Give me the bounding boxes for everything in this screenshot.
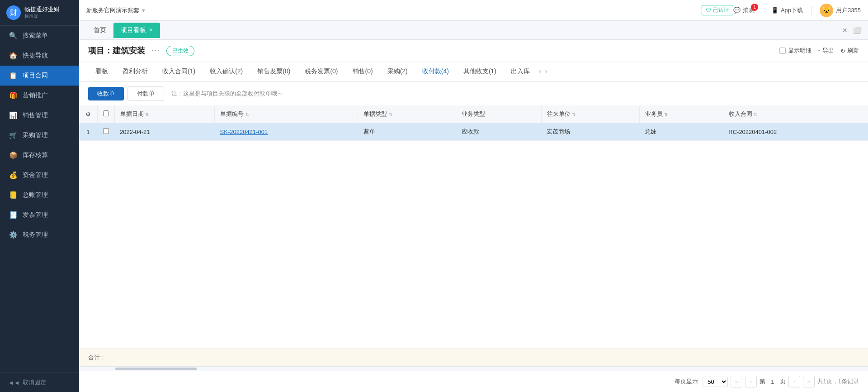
th-type-label: 单据类型 — [363, 110, 387, 117]
subtabs-bar: 收款单 付款单 注：这里是与项目关联的全部收付款单哦～ — [79, 82, 868, 105]
export-button[interactable]: ↑ 导出 — [818, 47, 835, 55]
sidebar-item-purchase[interactable]: 🛒 采购管理 — [0, 125, 79, 145]
sidebar-item-label-tax: 税务管理 — [23, 231, 48, 239]
th-staff-label: 业务员 — [645, 110, 663, 117]
sidebar-item-inventory[interactable]: 📦 库存核算 — [0, 145, 79, 165]
td-number-link[interactable]: SK-20220421-001 — [220, 129, 268, 135]
th-partner[interactable]: 往来单位 ⇅ — [541, 105, 639, 123]
next-page-button[interactable]: › — [788, 376, 800, 387]
account-selector[interactable]: 新服务官网演示账套 ▼ — [86, 6, 148, 14]
td-checkbox — [97, 123, 114, 141]
prev-page-button[interactable]: ‹ — [745, 376, 757, 387]
subnav-tab-purchase[interactable]: 采购(2) — [380, 62, 415, 82]
subnav-tab-other-expense[interactable]: 其他收支(1) — [456, 62, 504, 82]
tab-home-label: 首页 — [94, 26, 106, 34]
subtab-receipt-button[interactable]: 收款单 — [88, 87, 124, 100]
sidebar-item-label-marketing: 营销推广 — [23, 91, 48, 100]
sidebar-item-sales[interactable]: 📊 销售管理 — [0, 105, 79, 125]
search-icon: 🔍 — [8, 32, 18, 40]
total-pages-info: 共1页，1条记录 — [817, 378, 859, 386]
page-label-text: 第 — [760, 378, 765, 386]
sidebar-item-shortcut[interactable]: 🏠 快捷导航 — [0, 46, 79, 66]
th-number[interactable]: 单据编号 ⇅ — [215, 105, 358, 123]
refresh-icon: ↻ — [840, 48, 845, 54]
th-type[interactable]: 单据类型 ⇅ — [358, 105, 456, 123]
first-page-button[interactable]: « — [731, 376, 742, 387]
sidebar-item-search[interactable]: 🔍 搜索菜单 — [0, 26, 79, 46]
subnav-tab-sales-invoice[interactable]: 销售发票(0) — [250, 62, 297, 82]
subnav-tab-tax-invoice[interactable]: 税务发票(0) — [297, 62, 345, 82]
account-dropdown-icon: ▼ — [141, 8, 146, 13]
sidebar-item-marketing[interactable]: 🎁 营销推广 — [0, 86, 79, 105]
subnav-tab-purchase-label: 采购(2) — [387, 67, 408, 75]
user-label: 用户3355 — [836, 6, 861, 14]
sort-partner-icon: ⇅ — [572, 112, 576, 117]
message-button[interactable]: 💬 消息 1 — [733, 6, 755, 14]
subnav-tab-receipts[interactable]: 收付款(4) — [415, 62, 456, 82]
last-page-button[interactable]: » — [803, 376, 815, 387]
divider2 — [811, 6, 811, 15]
subnav: 看板 盈利分析 收入合同(1) 收入确认(2) 销售发票(0) 税务发票(0) … — [79, 62, 868, 82]
phone-icon: 📱 — [771, 7, 778, 14]
user-menu[interactable]: 🐱 用户3355 — [820, 4, 861, 17]
tab-home[interactable]: 首页 — [86, 23, 113, 38]
subnav-next-arrow[interactable]: › — [543, 64, 549, 79]
maximize-window-icon[interactable]: ⬜ — [853, 27, 861, 34]
refresh-button[interactable]: ↻ 刷新 — [840, 47, 859, 55]
td-number: SK-20220421-001 — [215, 123, 358, 141]
current-page: 1 — [768, 378, 777, 386]
subtab-payment-button[interactable]: 付款单 — [127, 86, 164, 101]
th-date[interactable]: 单据日期 ⇅ — [114, 105, 215, 123]
show-detail-checkbox[interactable]: 显示明细 — [779, 47, 811, 55]
sidebar-item-finance[interactable]: 💰 资金管理 — [0, 165, 79, 185]
sidebar-item-tax[interactable]: ⚙️ 税务管理 — [0, 225, 79, 245]
select-all-checkbox[interactable] — [103, 110, 109, 116]
th-staff[interactable]: 业务员 ⇅ — [639, 105, 723, 123]
td-partner: 宏茂商场 — [541, 123, 639, 141]
app-download-button[interactable]: 📱 App下载 — [771, 6, 803, 14]
subnav-tab-board[interactable]: 看板 — [88, 62, 115, 82]
tab-close-icon[interactable]: ✕ — [149, 27, 153, 33]
td-staff: 龙妹 — [639, 123, 723, 141]
app-download-label: App下载 — [781, 6, 803, 14]
subnav-tab-sales-invoice-label: 销售发票(0) — [257, 67, 290, 75]
subnav-tab-revenue-confirm-label: 收入确认(2) — [210, 67, 243, 75]
td-type: 蓝单 — [358, 123, 456, 141]
subnav-tab-revenue-confirm[interactable]: 收入确认(2) — [203, 62, 250, 82]
main-content: 新服务官网演示账套 ▼ 🛡 已认证 💬 消息 1 📱 App下载 🐱 用户335… — [79, 0, 868, 392]
scroll-thumb[interactable] — [115, 368, 197, 370]
close-window-icon[interactable]: ✕ — [842, 27, 848, 34]
sidebar-item-invoice[interactable]: 🧾 发票管理 — [0, 205, 79, 225]
subnav-tab-profit[interactable]: 盈利分析 — [115, 62, 155, 82]
th-settings[interactable]: ⚙ — [79, 105, 97, 123]
subnav-tab-revenue-contract[interactable]: 收入合同(1) — [155, 62, 203, 82]
finance-icon: 💰 — [8, 171, 18, 179]
th-date-label: 单据日期 — [120, 110, 144, 117]
sidebar-item-label-project: 项目合同 — [23, 72, 48, 80]
subnav-tab-inout[interactable]: 出入库 — [504, 62, 537, 82]
sidebar-item-ledger[interactable]: 📒 总账管理 — [0, 185, 79, 205]
th-contract[interactable]: 收入合同 ⇅ — [723, 105, 868, 123]
subnav-prev-arrow[interactable]: ‹ — [537, 64, 543, 79]
prev-page-icon: ‹ — [750, 378, 752, 385]
subnav-tab-board-label: 看板 — [95, 67, 108, 75]
row-checkbox[interactable] — [103, 128, 109, 134]
data-table: ⚙ 单据日期 ⇅ 单据编号 ⇅ — [79, 105, 868, 141]
sidebar-item-label-finance: 资金管理 — [23, 171, 48, 179]
topbar: 新服务官网演示账套 ▼ 🛡 已认证 💬 消息 1 📱 App下载 🐱 用户335… — [79, 0, 868, 21]
tab-project-board[interactable]: 项目看板 ✕ — [113, 23, 160, 38]
horizontal-scrollbar[interactable] — [79, 366, 868, 371]
user-avatar: 🐱 — [820, 4, 833, 17]
project-more-button[interactable]: ··· — [151, 47, 160, 55]
subnav-tab-tax-invoice-label: 税务发票(0) — [305, 67, 338, 75]
sidebar-item-project[interactable]: 📋 项目合同 — [0, 66, 79, 86]
sidebar-item-label-search: 搜索菜单 — [23, 32, 48, 40]
th-biz-type-label: 业务类型 — [462, 110, 485, 117]
message-count-badge: 1 — [751, 4, 758, 11]
subnav-tab-sales[interactable]: 销售(0) — [345, 62, 380, 82]
checkbox-icon — [779, 48, 786, 54]
certified-badge: 🛡 已认证 — [702, 5, 733, 15]
th-number-label: 单据编号 — [220, 110, 244, 117]
unpin-button[interactable]: ◄◄ 取消固定 — [0, 373, 79, 392]
per-page-select[interactable]: 50 20 100 — [703, 377, 728, 387]
